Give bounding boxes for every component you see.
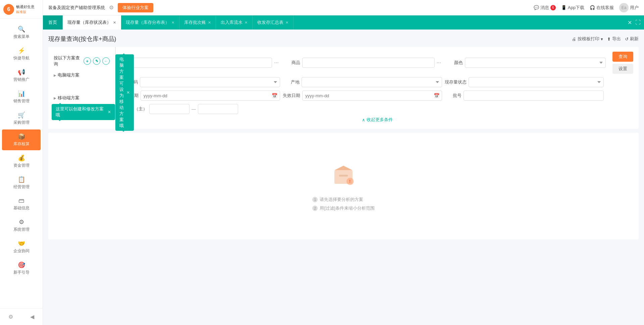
tooltip-create-scheme: 这里可以创建和修改方案哦 ✕	[52, 104, 115, 120]
sidebar-item-sales[interactable]: 📊 销售管理	[2, 87, 41, 107]
warehouse-input[interactable]	[133, 58, 272, 68]
sidebar-item-search[interactable]: 🔍 搜索菜单	[2, 22, 41, 43]
sidebar-nav: 🔍 搜索菜单 ⚡ 快捷导航 📢 营销推广 📊 销售管理 🛒 采购管理 📦 库存核…	[0, 19, 43, 308]
product-ellipsis[interactable]: ···	[437, 60, 443, 66]
filter-layout: 按以下方案查询 + ✎ ← ▶ 电脑端方案 ▶	[48, 47, 639, 129]
origin-select[interactable]	[302, 77, 442, 87]
tip-num-2: 2	[312, 206, 318, 211]
header-gear-icon[interactable]: ⚙	[109, 4, 114, 11]
enterprise-icon: 🤝	[18, 240, 25, 247]
settings-bottom-btn[interactable]: ⚙	[7, 312, 15, 322]
sidebar-item-system[interactable]: ⚙ 系统管理	[2, 215, 41, 236]
arrow-scheme-btn[interactable]: ←	[102, 57, 110, 65]
color-label: 颜色	[446, 60, 463, 66]
batch-no-input[interactable]	[464, 91, 604, 101]
guide-icon: 🎯	[18, 261, 25, 269]
print-btn[interactable]: 🖨 按模板打印 ▾	[572, 36, 603, 42]
tab-inout-flow[interactable]: 出入库流水 ✕	[216, 15, 253, 30]
sidebar-item-guide[interactable]: 🎯 新手引导	[2, 258, 41, 279]
size-select[interactable]	[140, 77, 280, 87]
tab-close-recv-summary[interactable]: ✕	[285, 20, 288, 25]
batch-no-label: 批号	[445, 93, 462, 99]
tab-inventory-dist[interactable]: 现存量（库存分布表） ✕	[121, 15, 179, 30]
sidebar-item-inventory[interactable]: 📦 库存核算	[2, 129, 41, 150]
stock-status-select[interactable]	[469, 77, 604, 87]
edit-scheme-btn[interactable]: ✎	[93, 57, 100, 65]
finance-icon: 💰	[18, 154, 25, 162]
tooltip2-close[interactable]: ✕	[108, 110, 111, 114]
stock-main-to[interactable]	[198, 104, 238, 114]
expiry-date-label: 失效日期	[283, 93, 300, 99]
message-action[interactable]: 💬 消息 6	[534, 5, 556, 11]
search-btn[interactable]: 查询	[612, 52, 633, 62]
collapse-bar[interactable]: ∧ 收起更多条件	[121, 114, 633, 124]
header-left: 装备及固定资产辅助管理系统 ⚙ 体验行业方案	[48, 3, 153, 12]
tab-inventory-status[interactable]: 现存量（库存状况表） ✕	[63, 15, 121, 30]
tab-close-inout-flow[interactable]: ✕	[245, 20, 248, 25]
app-download-action[interactable]: 📱 App下载	[561, 5, 584, 11]
logo-text: 畅通好生意 标准版	[16, 4, 35, 14]
stock-main-from[interactable]	[149, 104, 190, 114]
filter-rows: 仓库 ··· 商品 ···	[121, 52, 633, 114]
refresh-btn[interactable]: ↺ 刷新	[625, 36, 639, 42]
empty-icon: !	[328, 160, 359, 190]
add-scheme-btn[interactable]: +	[84, 57, 91, 65]
svg-marker-1	[334, 166, 353, 170]
sidebar-item-quick[interactable]: ⚡ 快捷导航	[2, 44, 41, 64]
search-icon: 🔍	[18, 25, 25, 33]
tab-batch-ledger[interactable]: 库存批次账 ✕	[179, 15, 216, 30]
tab-close-icon[interactable]: ✕	[628, 19, 632, 26]
system-name-label: 装备及固定资产辅助管理系统	[48, 5, 105, 11]
sales-icon: 📊	[18, 90, 25, 97]
tab-bar: 首页 现存量（库存状况表） ✕ 现存量（库存分布表） ✕ 库存批次账 ✕ 出入库…	[43, 15, 644, 30]
tab-close-inventory-status[interactable]: ✕	[113, 20, 116, 25]
logo-icon: 6	[3, 4, 14, 15]
user-action[interactable]: Ea 用户	[619, 3, 639, 12]
tab-fullscreen-icon[interactable]: ⛶	[635, 19, 641, 25]
message-badge: 6	[550, 5, 556, 10]
tab-close-inventory-dist[interactable]: ✕	[171, 20, 174, 25]
sidebar-item-base[interactable]: 🗃 基础信息	[2, 194, 41, 214]
support-action[interactable]: 🎧 在线客服	[590, 5, 614, 11]
page-title-bar: 现存量查询(按仓库+商品) 🖨 按模板打印 ▾ ⬆ 导出 ↺ 刷新	[48, 35, 639, 43]
collapse-sidebar-btn[interactable]: ◀	[29, 312, 36, 322]
reset-btn[interactable]: 设置	[612, 64, 633, 74]
headset-icon: 🎧	[590, 5, 595, 10]
tab-home[interactable]: 首页	[43, 15, 63, 30]
warehouse-ellipsis[interactable]: ···	[274, 60, 281, 66]
product-input[interactable]	[302, 58, 434, 68]
prod-date-wrap: 📅	[141, 91, 280, 101]
user-avatar: Ea	[619, 3, 629, 12]
sidebar: 6 畅通好生意 标准版 🔍 搜索菜单 ⚡ 快捷导航 📢 营销推广 📊 销售管理 …	[0, 0, 43, 325]
expiry-date-input[interactable]	[302, 91, 442, 101]
tooltip1-close[interactable]: ✕	[126, 90, 130, 95]
lightning-icon: ⚡	[18, 47, 25, 54]
prod-date-input[interactable]	[141, 91, 280, 101]
search-reset-group: 查询 设置	[612, 52, 633, 74]
filter-actions: + ✎ ←	[84, 57, 110, 65]
calendar-icon-2: 📅	[434, 93, 439, 98]
sidebar-item-finance[interactable]: 💰 资金管理	[2, 151, 41, 172]
tab-recv-summary[interactable]: 收发存汇总表 ✕	[253, 15, 293, 30]
tree-arrow-mobile: ▶	[54, 96, 56, 100]
export-icon: ⬆	[607, 37, 611, 42]
main-area: 装备及固定资产辅助管理系统 ⚙ 体验行业方案 💬 消息 6 📱 App下载 🎧 …	[43, 0, 644, 325]
calendar-icon-1: 📅	[272, 93, 277, 98]
color-select[interactable]	[465, 58, 606, 68]
filter-fields: 仓库 ··· 商品 ···	[116, 47, 639, 129]
page-content: 现存量查询(按仓库+商品) 🖨 按模板打印 ▾ ⬆ 导出 ↺ 刷新	[43, 30, 644, 325]
stock-status-label: 现存量状态	[445, 79, 467, 85]
sidebar-item-marketing[interactable]: 📢 营销推广	[2, 65, 41, 86]
tree-arrow-pc: ▶	[54, 73, 56, 77]
sidebar-item-operation[interactable]: 📋 经营管理	[2, 172, 41, 193]
trial-btn[interactable]: 体验行业方案	[118, 3, 153, 12]
origin-label: 产地	[283, 79, 300, 85]
filter-card: 按以下方案查询 + ✎ ← ▶ 电脑端方案 ▶	[48, 47, 639, 129]
export-btn[interactable]: ⬆ 导出	[607, 36, 621, 42]
tooltip-pc-scheme: 电脑方案可设为移动方案哦 ✕	[115, 54, 134, 131]
purchase-icon: 🛒	[18, 111, 25, 119]
sidebar-item-purchase[interactable]: 🛒 采购管理	[2, 108, 41, 129]
tab-close-batch-ledger[interactable]: ✕	[208, 20, 211, 25]
sidebar-item-enterprise[interactable]: 🤝 企业协同	[2, 236, 41, 257]
pc-scheme-item[interactable]: ▶ 电脑端方案	[50, 70, 113, 80]
